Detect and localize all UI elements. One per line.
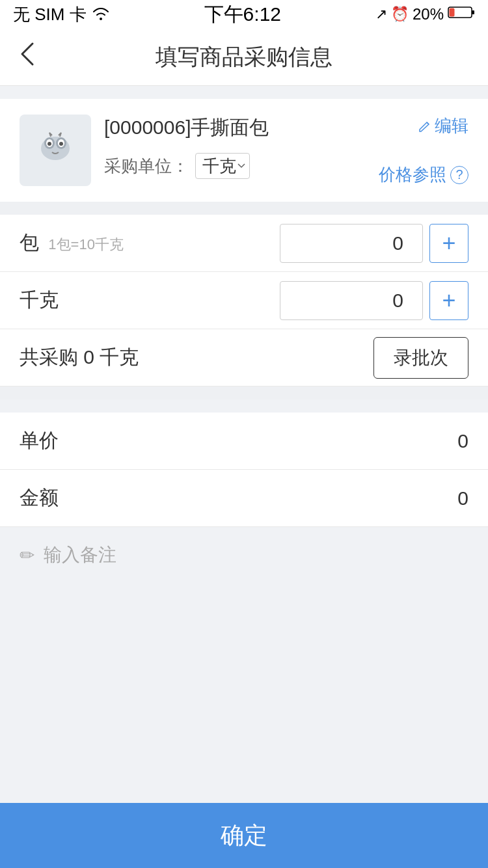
- product-card: [0000006]手撕面包 采购单位： 千克 包 件 编辑 价格参照 ?: [0, 99, 488, 202]
- input-section: 包 1包=10千克 + 千克 +: [0, 215, 488, 329]
- pencil-icon: ✏: [20, 545, 34, 566]
- edit-button[interactable]: 编辑: [418, 115, 468, 137]
- unit-price-label: 单价: [20, 427, 59, 454]
- section-divider-1: [0, 202, 488, 215]
- kg-input[interactable]: [280, 281, 423, 320]
- amount-value: 0: [457, 487, 468, 509]
- section-divider-2: [0, 387, 488, 400]
- bag-input-row: 包 1包=10千克 +: [0, 215, 488, 272]
- help-icon: ?: [450, 166, 468, 184]
- nav-bar: 填写商品采购信息: [0, 29, 488, 86]
- battery-text: 20%: [413, 5, 444, 23]
- svg-rect-1: [472, 10, 474, 14]
- status-left: 无 SIM 卡: [13, 3, 110, 26]
- alarm-icon: ⏰: [391, 6, 409, 23]
- svg-point-8: [47, 142, 51, 146]
- total-row: 共采购 0 千克 录批次: [0, 329, 488, 387]
- product-thumbnail: [20, 115, 91, 186]
- bag-plus-button[interactable]: +: [429, 224, 468, 263]
- kg-label: 千克: [20, 287, 111, 314]
- unit-price-value: 0: [457, 430, 468, 452]
- kg-field-wrap: +: [111, 281, 468, 320]
- product-name: [0000006]手撕面包: [104, 115, 468, 141]
- confirm-button[interactable]: 确定: [0, 803, 488, 868]
- price-section: 单价 0 金额 0: [0, 413, 488, 527]
- total-label: 共采购 0 千克: [20, 344, 139, 371]
- price-ref-button[interactable]: 价格参照 ?: [379, 163, 468, 186]
- svg-point-9: [59, 142, 63, 146]
- back-button[interactable]: [20, 41, 35, 73]
- remark-section[interactable]: ✏ 输入备注: [0, 527, 488, 583]
- svg-rect-2: [449, 8, 454, 17]
- unit-label: 采购单位：: [104, 155, 189, 178]
- bag-input[interactable]: [280, 224, 423, 263]
- remark-placeholder: 输入备注: [44, 543, 116, 567]
- unit-price-row: 单价 0: [0, 413, 488, 470]
- status-right: ↗ ⏰ 20%: [375, 5, 475, 23]
- kg-plus-button[interactable]: +: [429, 281, 468, 320]
- status-bar: 无 SIM 卡 下午6:12 ↗ ⏰ 20%: [0, 0, 488, 29]
- record-batch-button[interactable]: 录批次: [373, 337, 468, 379]
- carrier-text: 无 SIM 卡: [13, 3, 87, 26]
- battery-icon: [448, 5, 475, 23]
- status-time: 下午6:12: [204, 1, 281, 28]
- bag-label: 包 1包=10千克: [20, 230, 124, 256]
- content-spacer: [0, 583, 488, 803]
- amount-row: 金额 0: [0, 470, 488, 527]
- amount-label: 金额: [20, 485, 59, 511]
- kg-input-row: 千克 +: [0, 272, 488, 329]
- location-icon: ↗: [375, 6, 387, 23]
- bag-field-wrap: +: [124, 224, 468, 263]
- page-title: 填写商品采购信息: [156, 42, 332, 72]
- bag-sub-label: 1包=10千克: [48, 236, 124, 252]
- unit-select[interactable]: 千克 包 件: [195, 153, 250, 179]
- wifi-icon: [92, 5, 110, 25]
